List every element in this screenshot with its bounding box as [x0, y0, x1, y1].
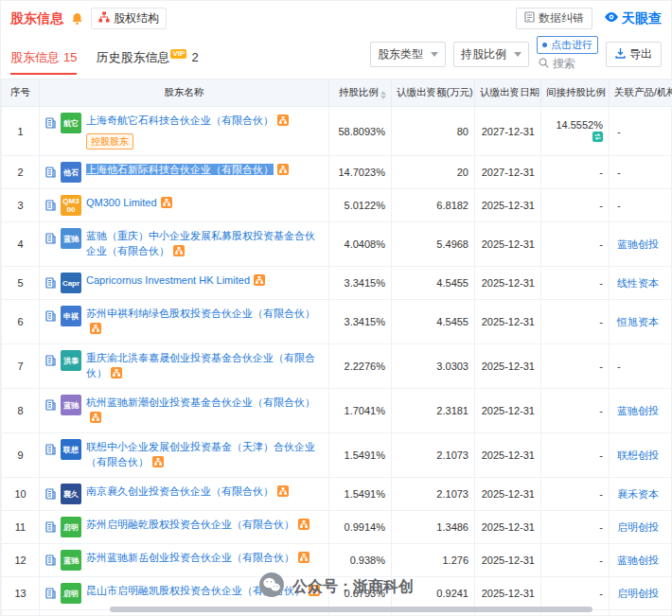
- shareholder-name-cell: Capr Capricornus Investment HK Limited: [40, 267, 329, 300]
- row-index: 11: [2, 511, 40, 544]
- shareholder-name-cell: 航它 上海奇航它石科技合伙企业（有限合伙） 控股股东: [40, 107, 329, 156]
- shareholder-name-link[interactable]: 杭州蓝驰新潮创业投资基金合伙企业（有限合伙）: [86, 396, 315, 408]
- table-row: 5 Capr Capricornus Investment HK Limited…: [2, 267, 672, 300]
- related-product-cell: -: [610, 189, 672, 222]
- shareholder-table-body: 1 航它 上海奇航它石科技合伙企业（有限合伙） 控股股东 58.8093% 80…: [2, 107, 672, 616]
- scrollbar-thumb[interactable]: [110, 607, 592, 612]
- company-building-icon[interactable]: [45, 554, 56, 568]
- company-building-icon[interactable]: [45, 487, 56, 502]
- shareholder-logo[interactable]: Capr: [61, 273, 81, 293]
- shareholder-logo[interactable]: 蓝驰: [61, 395, 81, 415]
- related-party-icon[interactable]: [298, 552, 309, 567]
- related-product-cell[interactable]: 襄禾资本: [610, 478, 672, 511]
- shareholder-type-dropdown[interactable]: 股东类型: [370, 42, 446, 67]
- header-index: 序号: [2, 79, 40, 107]
- shareholder-name-cell: 启明 苏州启明融乾股权投资合伙企业（有限合伙）: [40, 511, 329, 544]
- shareholder-logo[interactable]: 申祺: [61, 306, 81, 326]
- company-building-icon[interactable]: [45, 309, 56, 324]
- tab-shareholder-info[interactable]: 股东信息15: [10, 49, 77, 75]
- shareholder-name-link[interactable]: 上海他石新际科技合伙企业（有限合伙）: [86, 164, 274, 175]
- search-input[interactable]: 搜索: [537, 56, 575, 72]
- date-cell: 2025-12-31: [475, 189, 541, 222]
- indirect-ratio-cell: -: [541, 300, 610, 344]
- shareholder-info-panel: 股东信息 股权结构 数据纠错 天眼查: [0, 0, 672, 616]
- tab-history-count: 2: [191, 50, 198, 64]
- tab-history-shareholder-info[interactable]: 历史股东信息VIP2: [96, 49, 198, 75]
- related-product-cell[interactable]: 线性资本: [610, 267, 672, 300]
- shareholder-logo[interactable]: QM300: [61, 195, 81, 216]
- shareholder-name-link[interactable]: 苏州申祺利纳绿色股权投资合伙企业（有限合伙）: [86, 308, 315, 319]
- shareholder-name-link[interactable]: QM300 Limited: [86, 197, 157, 208]
- date-cell: 2025-12-31: [475, 389, 541, 433]
- related-party-icon[interactable]: [277, 114, 289, 130]
- related-party-icon[interactable]: [152, 456, 164, 471]
- shareholder-logo[interactable]: 航它: [61, 113, 81, 133]
- related-party-icon[interactable]: [111, 367, 122, 382]
- company-building-icon[interactable]: [45, 520, 56, 535]
- data-correction-button[interactable]: 数据纠错: [516, 8, 592, 29]
- related-party-icon[interactable]: [277, 164, 289, 179]
- shareholder-name-cell: 他石 上海他石新际科技合伙企业（有限合伙）: [40, 156, 329, 189]
- shareholder-logo[interactable]: 联想: [61, 439, 81, 460]
- bell-icon[interactable]: [71, 12, 83, 26]
- related-party-icon[interactable]: [90, 412, 101, 427]
- export-button[interactable]: 导出: [606, 42, 662, 67]
- company-building-icon[interactable]: [45, 232, 56, 246]
- search-icon: [539, 58, 549, 71]
- related-product-cell[interactable]: 恒旭资本: [610, 300, 672, 344]
- indirect-ratio-cell: -: [541, 433, 610, 478]
- indirect-ratio-cell: -: [541, 189, 610, 222]
- watermark-text: 公众号：浙商科创: [292, 577, 414, 597]
- shareholder-name-link[interactable]: 上海奇航它石科技合伙企业（有限合伙）: [86, 114, 274, 126]
- shareholder-name-link[interactable]: 联想中小企业发展创业投资基金（天津）合伙企业（有限合伙）: [86, 441, 315, 467]
- ratio-dropdown[interactable]: 持股比例: [453, 42, 529, 67]
- shareholder-name-cell: 申祺 苏州申祺利纳绿色股权投资合伙企业（有限合伙）: [40, 300, 329, 344]
- shareholder-logo[interactable]: 蓝驰: [61, 550, 81, 571]
- wechat-icon: [258, 572, 285, 602]
- search-placeholder: 搜索: [553, 56, 575, 72]
- company-building-icon[interactable]: [45, 199, 56, 213]
- shareholder-logo[interactable]: 襄久: [61, 484, 81, 504]
- related-party-icon[interactable]: [161, 197, 172, 212]
- company-building-icon[interactable]: [45, 443, 56, 457]
- company-building-icon[interactable]: [45, 166, 56, 180]
- shareholder-name-link[interactable]: 蓝驰（重庆）中小企业发展私募股权投资基金合伙企业（有限合伙）: [86, 230, 315, 256]
- related-product-cell[interactable]: 蓝驰创投: [610, 389, 672, 433]
- header-ratio[interactable]: 持股比例: [329, 79, 392, 107]
- header-related-products: 关联产品/机构: [610, 79, 672, 107]
- shareholder-logo[interactable]: 启明: [61, 517, 81, 537]
- shareholder-name-link[interactable]: 南京襄久创业投资合伙企业（有限合伙）: [86, 485, 274, 497]
- related-party-icon[interactable]: [277, 485, 289, 501]
- related-party-icon[interactable]: [173, 245, 185, 260]
- row-index: 7: [2, 344, 40, 389]
- table-row: 1 航它 上海奇航它石科技合伙企业（有限合伙） 控股股东 58.8093% 80…: [2, 107, 672, 156]
- header-date[interactable]: 认缴出资日期: [475, 79, 541, 107]
- company-building-icon[interactable]: [45, 116, 56, 131]
- company-building-icon[interactable]: [45, 354, 56, 368]
- shareholder-name-link[interactable]: 苏州蓝驰新岳创业投资合伙企业（有限合伙）: [86, 552, 294, 563]
- related-party-icon[interactable]: [298, 519, 309, 534]
- equity-structure-button[interactable]: 股权结构: [91, 8, 167, 29]
- related-party-icon[interactable]: [254, 274, 265, 290]
- related-product-cell[interactable]: 启明创投: [610, 511, 672, 544]
- shareholder-logo[interactable]: 洪泰: [61, 350, 81, 371]
- related-product-cell[interactable]: 蓝驰创投: [610, 222, 672, 267]
- shareholder-logo[interactable]: 蓝驰: [61, 228, 81, 249]
- row-index: 5: [2, 267, 40, 300]
- ratio-cell: 4.0408%: [329, 222, 392, 267]
- shareholder-logo[interactable]: 他石: [61, 162, 81, 183]
- date-cell: 2025-12-31: [475, 433, 541, 478]
- table-row: 9 联想 联想中小企业发展创业投资基金（天津）合伙企业（有限合伙） 1.5491…: [2, 433, 672, 478]
- related-party-icon[interactable]: [90, 323, 101, 338]
- shareholder-name-link[interactable]: Capricornus Investment HK Limited: [86, 274, 250, 286]
- table-row: 11 启明 苏州启明融乾股权投资合伙企业（有限合伙） 0.9914% 1.348…: [2, 511, 672, 544]
- penetration-icon[interactable]: [592, 132, 603, 144]
- row-index: 10: [2, 478, 40, 511]
- company-building-icon[interactable]: [45, 276, 56, 290]
- company-building-icon[interactable]: [45, 398, 56, 413]
- related-product-cell[interactable]: 联想创投: [610, 433, 672, 478]
- sort-icon[interactable]: [380, 91, 386, 99]
- header-amount[interactable]: 认缴出资额(万元): [392, 79, 475, 107]
- shareholder-name-link[interactable]: 苏州启明融乾股权投资合伙企业（有限合伙）: [86, 519, 294, 530]
- brand-logo[interactable]: 天眼查: [604, 10, 662, 27]
